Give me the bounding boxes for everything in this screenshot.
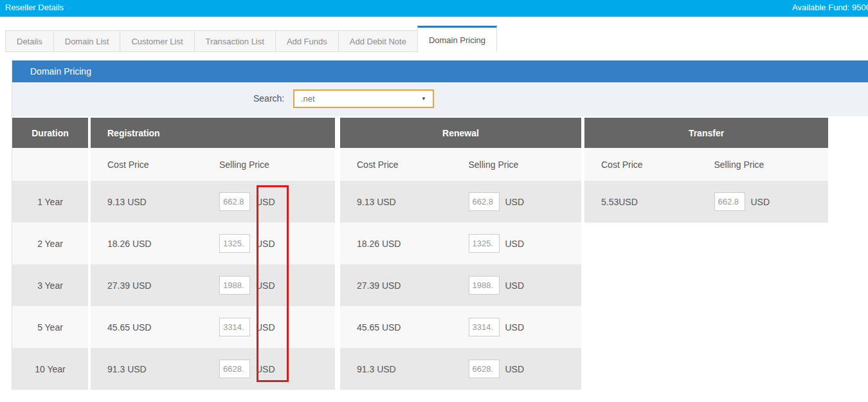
renewal-cost-cell: 9.13 USD: [340, 181, 461, 223]
currency-label: USD: [256, 280, 275, 291]
registration-cost-cell: 18.26 USD: [91, 223, 212, 264]
table-row: 18.26 USD USD: [340, 223, 581, 264]
table-row: 10 Year 91.3 USD USD: [12, 348, 335, 390]
transfer-cost-price-header: Cost Price: [584, 148, 707, 181]
top-bar: Reseller Details Available Fund: 9500: [0, 0, 868, 17]
registration-selling-input[interactable]: [219, 276, 250, 295]
search-select-value: .net: [301, 94, 315, 104]
currency-label: USD: [256, 364, 275, 374]
renewal-selling-price-header: Selling Price: [461, 148, 582, 181]
renewal-header: Renewal: [340, 118, 581, 148]
transfer-cost-cell: 5.53USD: [584, 181, 707, 223]
registration-selling-input[interactable]: [219, 192, 250, 211]
tab-customer-list[interactable]: Customer List: [120, 30, 194, 52]
duration-header: Duration: [12, 118, 88, 148]
chevron-down-icon: ▼: [421, 96, 426, 102]
table-row: 27.39 USD USD: [340, 264, 581, 306]
renewal-selling-input[interactable]: [469, 234, 500, 253]
currency-label: USD: [256, 239, 275, 249]
tab-bar: Details Domain List Customer List Transa…: [5, 26, 868, 52]
domain-pricing-panel: Domain Pricing Search: .net ▼ Duration R…: [12, 60, 868, 390]
pricing-tables: Duration Registration Cost Price Selling…: [12, 118, 868, 390]
renewal-cost-cell: 45.65 USD: [340, 306, 461, 348]
transfer-header: Transfer: [584, 118, 828, 148]
registration-selling-input[interactable]: [219, 360, 250, 378]
renewal-cost-cell: 27.39 USD: [340, 264, 461, 306]
registration-selling-input[interactable]: [219, 234, 250, 253]
registration-cost-price-header: Cost Price: [91, 148, 212, 181]
renewal-selling-input[interactable]: [469, 276, 500, 295]
table-row: 5.53USD USD: [584, 181, 828, 223]
search-bar: Search: .net ▼: [12, 82, 868, 116]
search-label: Search:: [253, 93, 284, 104]
tab-add-funds[interactable]: Add Funds: [275, 30, 338, 52]
registration-cost-cell: 91.3 USD: [91, 348, 212, 390]
transfer-table: Transfer Cost Price Selling Price 5.53US…: [584, 118, 828, 223]
registration-cost-cell: 45.65 USD: [91, 306, 212, 348]
registration-header: Registration: [91, 118, 335, 148]
tab-domain-pricing[interactable]: Domain Pricing: [417, 26, 497, 52]
renewal-cost-cell: 91.3 USD: [340, 348, 461, 390]
table-row: 3 Year 27.39 USD USD: [12, 264, 335, 306]
renewal-selling-input[interactable]: [469, 192, 500, 211]
registration-selling-input[interactable]: [219, 318, 250, 336]
currency-label: USD: [505, 197, 525, 207]
registration-cost-cell: 27.39 USD: [91, 264, 212, 306]
currency-label: USD: [505, 280, 525, 291]
duration-cell: 5 Year: [12, 306, 88, 348]
page-title: Reseller Details: [5, 3, 64, 12]
duration-cell: 10 Year: [12, 348, 88, 390]
renewal-selling-input[interactable]: [469, 360, 500, 378]
currency-label: USD: [505, 364, 525, 374]
currency-label: USD: [256, 322, 275, 333]
page: { "topbar": { "title": "Reseller Details…: [0, 0, 868, 402]
tab-add-debit-note[interactable]: Add Debit Note: [338, 30, 417, 52]
search-select[interactable]: .net ▼: [293, 89, 434, 108]
registration-selling-price-header: Selling Price: [212, 148, 335, 181]
table-row: 45.65 USD USD: [340, 306, 581, 348]
renewal-selling-input[interactable]: [469, 318, 500, 336]
registration-table: Duration Registration Cost Price Selling…: [12, 118, 335, 390]
table-row: 9.13 USD USD: [340, 181, 581, 223]
renewal-cost-cell: 18.26 USD: [340, 223, 461, 264]
currency-label: USD: [505, 322, 525, 333]
renewal-cost-price-header: Cost Price: [340, 148, 461, 181]
currency-label: USD: [505, 239, 525, 249]
transfer-selling-input[interactable]: [714, 192, 745, 211]
panel-header: Domain Pricing: [12, 60, 868, 82]
currency-label: USD: [751, 197, 770, 207]
renewal-table: Renewal Cost Price Selling Price 9.13 US…: [340, 118, 581, 390]
available-fund: Available Fund: 9500: [792, 3, 868, 12]
duration-cell: 3 Year: [12, 264, 88, 306]
tab-transaction-list[interactable]: Transaction List: [194, 30, 275, 52]
tab-details[interactable]: Details: [5, 30, 53, 52]
table-row: 2 Year 18.26 USD USD: [12, 223, 335, 264]
currency-label: USD: [256, 197, 275, 207]
table-row: 1 Year 9.13 USD USD: [12, 181, 335, 223]
transfer-selling-price-header: Selling Price: [707, 148, 829, 181]
duration-cell: 2 Year: [12, 223, 88, 264]
registration-cost-cell: 9.13 USD: [91, 181, 212, 223]
tab-domain-list[interactable]: Domain List: [53, 30, 120, 52]
table-row: 91.3 USD USD: [340, 348, 581, 390]
duration-cell: 1 Year: [12, 181, 88, 223]
table-row: 5 Year 45.65 USD USD: [12, 306, 335, 348]
